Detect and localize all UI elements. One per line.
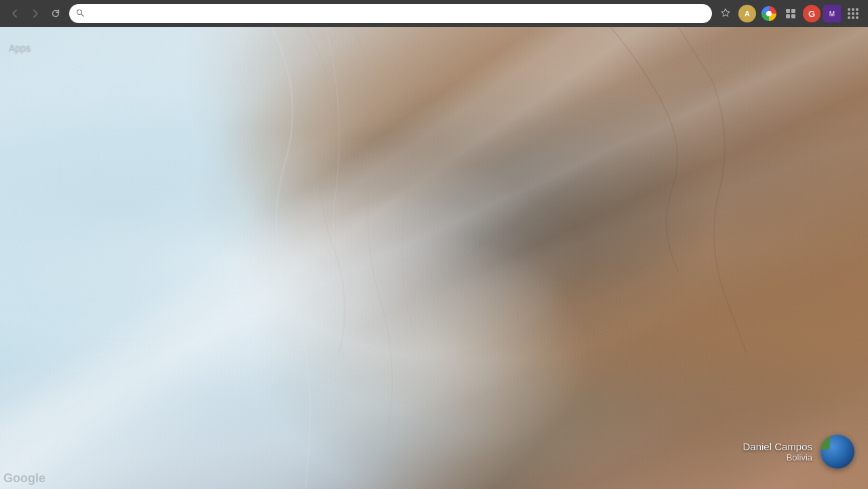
nav-buttons: [5, 4, 65, 23]
chrome-icon: [761, 6, 776, 21]
menu-dot: [852, 8, 854, 11]
attribution-text: Daniel Campos Bolivia: [742, 441, 812, 463]
profile-avatar: A: [738, 5, 756, 22]
profile-initial: A: [744, 10, 750, 18]
chrome-icon-inner: [766, 11, 772, 16]
purple-extension-label: M: [829, 10, 835, 18]
svg-rect-5: [791, 14, 795, 18]
address-bar[interactable]: [69, 4, 712, 23]
bookmark-button[interactable]: [716, 4, 735, 23]
chrome-icon-button[interactable]: [759, 4, 778, 23]
toolbar-icons: A G M: [716, 4, 863, 23]
google-label: Google: [3, 471, 45, 485]
menu-dot: [848, 12, 850, 15]
attribution-name: Daniel Campos: [742, 441, 812, 452]
address-input[interactable]: [88, 9, 705, 19]
menu-dot: [852, 16, 854, 19]
extensions-button[interactable]: [781, 4, 800, 23]
menu-dot: [848, 8, 850, 11]
svg-point-7: [20, 204, 224, 340]
attribution-location: Bolivia: [742, 452, 812, 463]
extensions-icon: [785, 8, 796, 19]
menu-dot: [856, 16, 858, 19]
menu-dot: [856, 12, 858, 15]
forward-button[interactable]: [26, 4, 45, 23]
menu-dot: [848, 16, 850, 19]
chrome-menu-button[interactable]: [844, 4, 863, 23]
attribution: Daniel Campos Bolivia: [742, 435, 854, 469]
svg-point-6: [14, 183, 258, 346]
page-content: Apps Daniel Campos Bolivia Google: [0, 27, 868, 489]
apps-link-text: Apps: [9, 42, 31, 53]
reload-button[interactable]: [46, 4, 65, 23]
terrain-svg: [0, 27, 868, 489]
svg-point-0: [77, 10, 82, 14]
search-icon: [76, 9, 84, 19]
google-text: Google: [3, 471, 45, 486]
back-button[interactable]: [5, 4, 24, 23]
google-extension-button[interactable]: G: [803, 5, 820, 22]
profile-avatar-button[interactable]: A: [738, 4, 757, 23]
menu-dot: [856, 8, 858, 11]
globe-icon: [820, 435, 854, 469]
globe-south-america: [820, 435, 831, 450]
svg-rect-2: [786, 9, 790, 13]
menu-dot: [852, 12, 854, 15]
purple-extension-button[interactable]: M: [823, 5, 841, 22]
svg-line-1: [81, 14, 83, 16]
svg-rect-3: [791, 9, 795, 13]
svg-rect-4: [786, 14, 790, 18]
google-extension-label: G: [808, 9, 815, 19]
browser-chrome: A G M: [0, 0, 868, 27]
menu-dots-grid: [848, 8, 858, 19]
apps-link[interactable]: Apps: [9, 42, 31, 53]
